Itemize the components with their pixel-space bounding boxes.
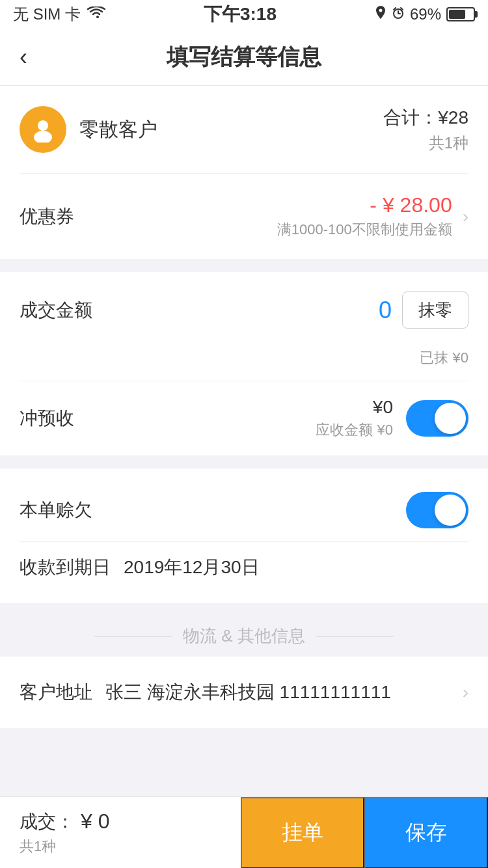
carrier-text: 无 SIM 卡 <box>13 4 81 25</box>
debt-toggle[interactable] <box>406 492 468 528</box>
total-amount: 合计：¥28 <box>383 105 468 130</box>
round-button[interactable]: 抹零 <box>402 292 468 329</box>
debt-label: 本单赊欠 <box>20 498 92 522</box>
duedate-row[interactable]: 收款到期日 2019年12月30日 <box>20 541 468 603</box>
coupon-chevron-right-icon: › <box>463 206 468 227</box>
coupon-value-block: - ¥ 28.00 满1000-100不限制使用金额 <box>277 193 452 239</box>
duedate-label: 收款到期日 <box>20 555 111 580</box>
duedate-value: 2019年12月30日 <box>124 555 260 580</box>
prepay-right: ¥0 应收金额 ¥0 <box>316 397 468 440</box>
total-count: 共1种 <box>383 133 468 154</box>
prepay-toggle[interactable] <box>406 400 468 437</box>
customer-left: 零散客户 <box>20 106 157 153</box>
bottom-summary: 成交： ¥ 0 共1种 <box>0 809 241 856</box>
discount-amount: - ¥ 28.00 <box>277 193 452 217</box>
coupon-right: - ¥ 28.00 满1000-100不限制使用金额 › <box>277 193 468 239</box>
prepay-row: 冲预收 ¥0 应收金额 ¥0 <box>20 381 468 455</box>
status-right: 69% <box>375 5 475 23</box>
summary-amount: ¥ 0 <box>81 809 109 834</box>
coupon-row[interactable]: 优惠券 - ¥ 28.00 满1000-100不限制使用金额 › <box>20 173 468 259</box>
svg-point-5 <box>38 120 48 131</box>
coupon-label: 优惠券 <box>20 204 74 229</box>
status-left: 无 SIM 卡 <box>13 4 105 25</box>
customer-right: 合计：¥28 共1种 <box>383 105 468 154</box>
transaction-right: 0 抹零 <box>379 292 468 329</box>
back-button[interactable]: ‹ <box>20 44 27 71</box>
prepay-amount: ¥0 <box>316 397 393 418</box>
address-label: 客户地址 <box>20 680 92 705</box>
bottom-summary-main: 成交： ¥ 0 <box>20 809 221 834</box>
nav-bar: ‹ 填写结算等信息 <box>0 29 488 86</box>
wifi-icon <box>87 5 105 23</box>
transaction-sub: 已抹 ¥0 <box>20 348 468 381</box>
customer-name: 零散客户 <box>79 116 157 143</box>
alarm-icon <box>392 5 405 23</box>
svg-point-6 <box>34 131 52 142</box>
address-row[interactable]: 客户地址 张三 海淀永丰科技园 11111111111 › <box>20 657 468 728</box>
customer-row: 零散客户 合计：¥28 共1种 <box>20 86 468 173</box>
save-button[interactable]: 保存 <box>364 797 488 869</box>
debt-section: 本单赊欠 收款到期日 2019年12月30日 <box>0 468 488 603</box>
prepay-label: 冲预收 <box>20 406 74 431</box>
logistics-divider: 物流 & 其他信息 <box>0 616 488 655</box>
debt-row: 本单赊欠 <box>20 468 468 541</box>
transaction-label: 成交金额 <box>20 298 92 323</box>
prepay-value-block: ¥0 应收金额 ¥0 <box>316 397 393 440</box>
address-section: 客户地址 张三 海淀永丰科技园 11111111111 › <box>0 657 488 728</box>
status-bar: 无 SIM 卡 下午3:18 69% <box>0 0 488 29</box>
section-separator-1 <box>0 259 488 272</box>
customer-section: 零散客户 合计：¥28 共1种 优惠券 - ¥ 28.00 满1000-100不… <box>0 86 488 259</box>
battery-icon <box>446 7 475 21</box>
discount-desc: 满1000-100不限制使用金额 <box>277 220 452 239</box>
prepay-toggle-knob <box>435 403 466 434</box>
page-title: 填写结算等信息 <box>167 42 321 72</box>
logistics-label: 物流 & 其他信息 <box>84 625 404 647</box>
address-chevron-right-icon: › <box>463 682 468 703</box>
time-display: 下午3:18 <box>204 2 277 27</box>
location-icon <box>375 5 386 23</box>
address-value: 张三 海淀永丰科技园 11111111111 <box>105 680 463 705</box>
prepay-sub: 应收金额 ¥0 <box>316 420 393 440</box>
battery-percentage: 69% <box>410 5 441 23</box>
avatar <box>20 106 66 153</box>
bottom-bar: 成交： ¥ 0 共1种 挂单 保存 <box>0 796 488 868</box>
summary-count: 共1种 <box>20 837 221 856</box>
transaction-value: 0 <box>379 297 392 324</box>
section-separator-3 <box>0 603 488 616</box>
transaction-section: 成交金额 0 抹零 已抹 ¥0 冲预收 ¥0 应收金额 ¥0 <box>0 272 488 455</box>
summary-label: 成交： <box>20 809 74 834</box>
section-separator-2 <box>0 455 488 468</box>
hold-button[interactable]: 挂单 <box>241 797 364 869</box>
transaction-row: 成交金额 0 抹零 <box>20 272 468 348</box>
debt-toggle-knob <box>435 495 466 526</box>
